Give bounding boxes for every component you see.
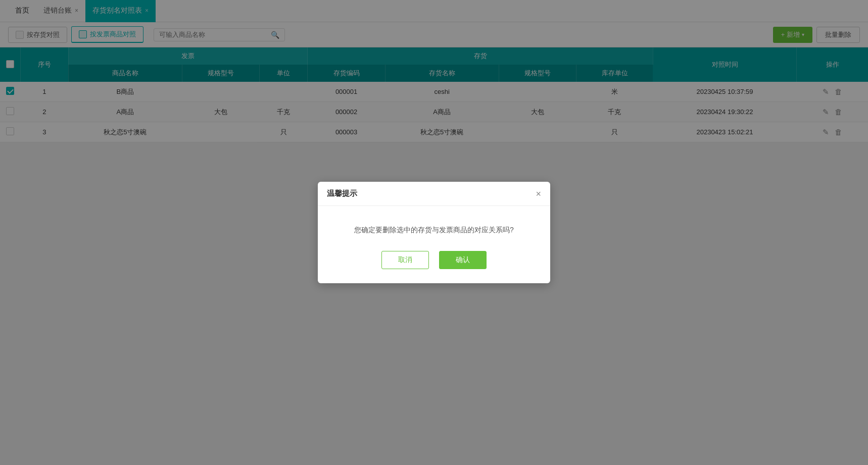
modal-overlay: 温馨提示 × 您确定要删除选中的存货与发票商品的对应关系吗? 取消 确认: [0, 0, 868, 142]
